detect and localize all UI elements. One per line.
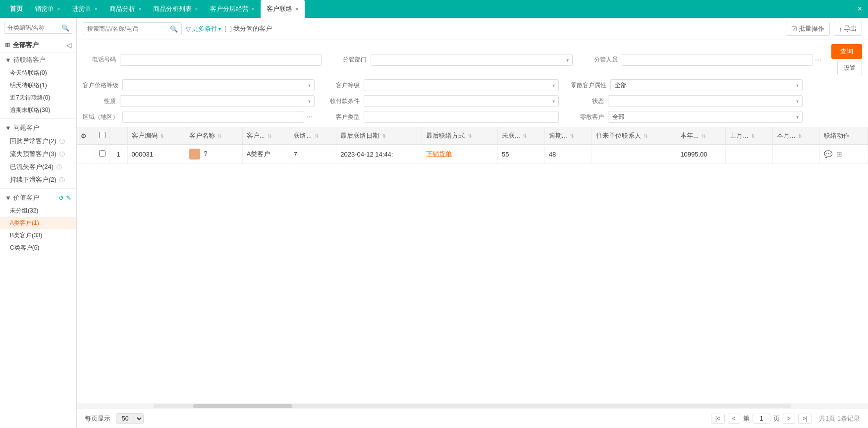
chat-icon[interactable]: 💬	[824, 150, 832, 158]
per-page-select[interactable]: 50 100 200	[116, 413, 144, 424]
qr-icon[interactable]: ⊞	[836, 150, 842, 158]
th-settings[interactable]: ⚙	[77, 127, 95, 145]
sidebar-item-class-a[interactable]: A类客户(1)	[0, 217, 76, 229]
last-contact-method-link[interactable]: 下销货单	[426, 150, 452, 158]
collapse-sidebar-icon[interactable]: ◁	[66, 42, 71, 49]
th-contact-sort-icon[interactable]: ⇅	[315, 133, 319, 139]
customer-level-select[interactable]	[364, 79, 558, 91]
person-more-btn[interactable]: ···	[813, 55, 823, 64]
more-conditions-btn[interactable]: ▽ 更多条件 ▾	[186, 24, 221, 33]
th-this-month-sort-icon[interactable]: ⇅	[798, 133, 802, 139]
th-unit-contacts-sort-icon[interactable]: ⇅	[644, 133, 648, 139]
td-last-contact-method[interactable]: 下销货单	[422, 145, 498, 164]
section-problem-customers[interactable]: ▼ 问题客户	[0, 121, 76, 135]
sidebar-item-repurchase-abnormal[interactable]: 回购异常客户(2) ⓘ	[0, 135, 76, 148]
gender-select[interactable]	[120, 95, 315, 107]
close-purchase-tab[interactable]: ×	[94, 6, 97, 12]
close-goods-analysis-tab[interactable]: ×	[138, 6, 141, 12]
th-overdue-sort-icon[interactable]: ⇅	[570, 133, 574, 139]
close-customer-contact-tab[interactable]: ×	[295, 6, 298, 12]
filter-retail-attr: 零散客户属性 全部 ▾	[571, 79, 803, 91]
td-checkbox	[95, 145, 109, 164]
sidebar-all-customers[interactable]: ⊞ 全部客户 ◁	[0, 38, 76, 53]
tab-goods-analysis[interactable]: 商品分析 ×	[104, 0, 147, 18]
person-input[interactable]	[622, 54, 813, 66]
filter-bar: 🔍 ▽ 更多条件 ▾ 我分管的客户 ☑ 批量操作 ↑ 导出	[77, 18, 868, 40]
sidebar-item-churn-warning[interactable]: 流失预警客户(3) ⓘ	[0, 148, 76, 160]
th-this-month-label: 本月...	[777, 132, 795, 139]
region-input[interactable]	[122, 111, 304, 123]
sidebar-item-class-c[interactable]: C类客户(6)	[0, 242, 76, 254]
th-last-month-sort-icon[interactable]: ⇅	[751, 133, 755, 139]
filter-price-level: 客户价格等级 ▾	[83, 79, 315, 91]
table-row: 1 000031 ? A类客户 7 2023-04-12 14:44: 下销货单…	[77, 145, 868, 164]
close-all-tabs[interactable]: ×	[858, 4, 862, 13]
query-btn[interactable]: 查询	[831, 44, 862, 59]
table-settings-icon[interactable]: ⚙	[81, 132, 87, 140]
th-not-contacted-sort-icon[interactable]: ⇅	[523, 133, 527, 139]
retail-attr-select[interactable]: 全部	[610, 79, 803, 91]
dept-select[interactable]	[371, 54, 572, 66]
my-customers-checkbox-label[interactable]: 我分管的客户	[225, 24, 272, 33]
th-overdue-label: 逾期...	[549, 132, 567, 139]
retail-attr-select-wrap: 全部 ▾	[610, 79, 803, 91]
sidebar-item-today[interactable]: 今天待联络(0)	[0, 67, 76, 79]
th-code-sort-icon[interactable]: ⇅	[160, 133, 164, 139]
tab-sales[interactable]: 销货单 ×	[29, 0, 66, 18]
next-page-btn[interactable]: >	[783, 414, 795, 424]
price-level-select[interactable]	[122, 79, 315, 91]
export-btn[interactable]: ↑ 导出	[834, 22, 863, 36]
sidebar-item-tomorrow[interactable]: 明天待联络(1)	[0, 79, 76, 92]
tab-customer-tier[interactable]: 客户分层经营 ×	[204, 0, 261, 18]
status-select[interactable]	[608, 95, 803, 107]
select-all-checkbox[interactable]	[99, 132, 106, 138]
th-last-contact-date-sort-icon[interactable]: ⇅	[382, 133, 386, 139]
horizontal-scrollbar[interactable]	[77, 403, 868, 409]
retail-attr-label: 零散客户属性	[571, 81, 610, 90]
my-customers-checkbox[interactable]	[225, 26, 231, 32]
customer-color-blob	[189, 149, 200, 160]
sidebar-item-class-b[interactable]: B类客户(33)	[0, 229, 76, 242]
tab-goods-analysis-list[interactable]: 商品分析列表 ×	[147, 0, 204, 18]
last-page-btn[interactable]: >|	[798, 414, 812, 424]
th-contact: 联络... ⇅	[289, 127, 336, 145]
first-page-btn[interactable]: |<	[711, 414, 725, 424]
pagination-bar: 每页显示 50 100 200 |< < 第 页 > >| 共1页 1条记录	[77, 409, 868, 428]
scrollbar-thumb[interactable]	[193, 404, 292, 408]
payment-select[interactable]	[364, 95, 558, 107]
th-overdue: 逾期... ⇅	[544, 127, 592, 145]
refresh-icon[interactable]: ↺	[58, 194, 64, 202]
close-goods-analysis-list-tab[interactable]: ×	[195, 6, 198, 12]
th-last-contact-method-sort-icon[interactable]: ⇅	[468, 133, 472, 139]
region-more-btn[interactable]: ···	[304, 112, 315, 121]
sidebar-item-7days[interactable]: 近7天待联络(0)	[0, 92, 76, 104]
sidebar-item-overdue[interactable]: 逾期未联络(30)	[0, 104, 76, 116]
tab-home[interactable]: 首页	[4, 0, 29, 18]
close-customer-tier-tab[interactable]: ×	[252, 6, 255, 12]
section-pending-contact[interactable]: ▼ 待联络客户	[0, 53, 76, 67]
td-level: A类客户	[242, 145, 289, 164]
close-sales-tab[interactable]: ×	[57, 6, 60, 12]
td-last-month	[726, 145, 773, 164]
tab-customer-contact[interactable]: 客户联络 ×	[261, 0, 304, 18]
section-value-arrow[interactable]: ▼	[5, 194, 11, 202]
customer-type-input[interactable]	[364, 111, 558, 123]
row-checkbox[interactable]	[99, 150, 106, 157]
tab-purchase[interactable]: 进货单 ×	[66, 0, 103, 18]
settings-btn[interactable]: 设置	[837, 61, 862, 75]
sidebar-item-declining[interactable]: 持续下滑客户(2) ⓘ	[0, 173, 76, 186]
edit-value-icon[interactable]: ✎	[66, 194, 71, 202]
th-name-sort-icon[interactable]: ⇅	[217, 133, 221, 139]
th-this-year-sort-icon[interactable]: ⇅	[702, 133, 705, 139]
sidebar-item-ungrouped[interactable]: 未分组(32)	[0, 205, 76, 217]
prev-page-btn[interactable]: <	[728, 414, 740, 424]
retail-customer-select[interactable]: 全部	[608, 111, 803, 123]
batch-operation-btn[interactable]: ☑ 批量操作	[786, 22, 830, 36]
search-input[interactable]	[83, 22, 182, 35]
current-page-input[interactable]	[753, 414, 770, 424]
phone-input[interactable]	[120, 54, 322, 66]
th-level-sort-icon[interactable]: ⇅	[268, 133, 271, 139]
scrollbar-track	[154, 404, 791, 408]
payment-label: 收付款条件	[326, 97, 364, 106]
sidebar-item-churned[interactable]: 已流失客户(24) ⓘ	[0, 160, 76, 173]
